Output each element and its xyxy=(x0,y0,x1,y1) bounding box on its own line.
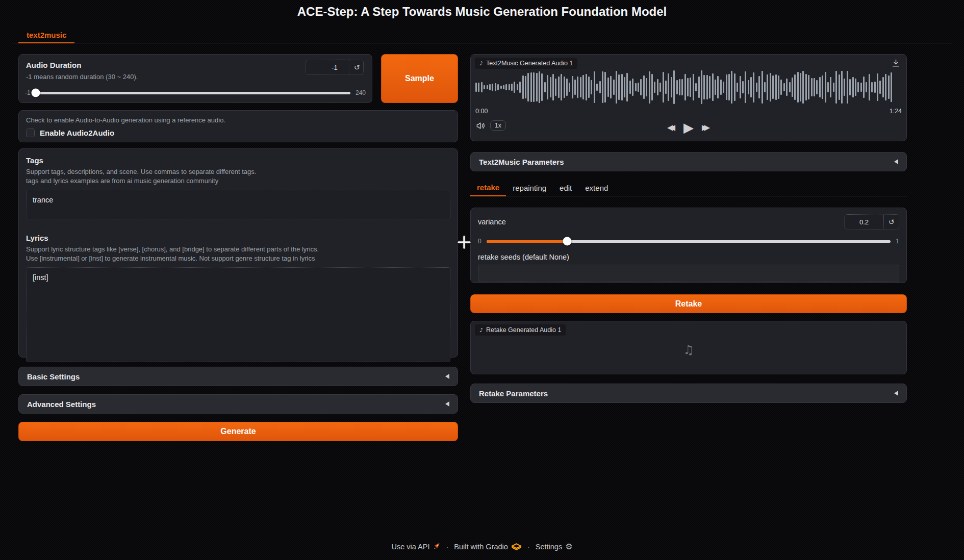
waveform-bar xyxy=(530,72,532,102)
waveform-bar xyxy=(564,77,565,98)
retake-seeds-input[interactable] xyxy=(478,265,899,282)
variance-value[interactable]: 0.2 xyxy=(845,215,883,229)
waveform-bar xyxy=(816,80,818,95)
variance-label: variance xyxy=(478,218,506,226)
subtab-retake[interactable]: retake xyxy=(470,180,506,196)
lyrics-textarea[interactable] xyxy=(26,267,450,362)
duration-time: 1:24 xyxy=(890,108,902,115)
waveform-bar xyxy=(663,72,664,103)
retake-button[interactable]: Retake xyxy=(470,294,907,313)
waveform-bar xyxy=(646,78,647,96)
basic-settings-accordion[interactable]: Basic Settings xyxy=(18,367,458,386)
basic-settings-label: Basic Settings xyxy=(27,372,80,381)
audio-duration-slider[interactable] xyxy=(36,92,350,94)
waveform-bar xyxy=(764,82,766,92)
settings-label: Settings xyxy=(536,543,562,551)
waveform-bar xyxy=(555,79,556,96)
reset-icon[interactable]: ↺ xyxy=(883,215,899,229)
waveform-bar xyxy=(632,79,633,96)
waveform-bar xyxy=(533,72,535,103)
waveform-bar xyxy=(745,71,746,104)
waveform-bar xyxy=(505,84,507,91)
retake-audio-player: ♪ Retake Generated Audio 1 ♫ xyxy=(470,321,907,374)
waveform-bar xyxy=(775,74,777,100)
waveform-bar xyxy=(643,75,645,99)
waveform-bar xyxy=(489,84,491,90)
download-icon[interactable] xyxy=(892,59,900,67)
waveform-bar xyxy=(789,82,791,92)
waveform-bar xyxy=(756,83,757,91)
generate-button[interactable]: Generate xyxy=(18,422,458,441)
text2music-parameters-accordion[interactable]: Text2Music Parameters xyxy=(470,152,907,171)
subtab-repainting[interactable]: repainting xyxy=(506,180,553,196)
audio-label-badge: ♪ Retake Generated Audio 1 xyxy=(475,324,566,336)
waveform-bar xyxy=(654,82,655,93)
audio-duration-group: Audio Duration -1 means random duration … xyxy=(18,54,372,103)
tags-info-2: tags and lyrics examples are from ai mus… xyxy=(26,176,450,186)
waveform-bar xyxy=(541,73,543,101)
waveform-bar xyxy=(558,77,560,98)
lyrics-info-2: Use [instrumental] or [inst] to generate… xyxy=(26,254,450,263)
lyrics-label: Lyrics xyxy=(26,234,450,242)
waveform-bar xyxy=(613,80,615,95)
waveform-bar xyxy=(640,79,642,96)
sample-button[interactable]: Sample xyxy=(381,54,458,103)
waveform-bar xyxy=(891,72,892,102)
waveform-bar xyxy=(629,81,631,93)
slider-handle[interactable] xyxy=(563,237,572,246)
waveform-bar xyxy=(497,84,499,91)
waveform-bar xyxy=(475,83,477,91)
use-via-api-link[interactable]: Use via API xyxy=(392,543,441,551)
waveform-bar xyxy=(802,71,804,104)
retake-parameters-accordion[interactable]: Retake Parameters xyxy=(470,384,907,403)
accordion-arrow-icon xyxy=(894,391,898,396)
reset-icon[interactable]: ↺ xyxy=(349,60,364,74)
waveform-bar xyxy=(574,80,576,94)
waveform-bar xyxy=(684,74,686,100)
waveform-bar xyxy=(726,74,727,100)
waveform-bar xyxy=(748,80,749,94)
enable-audio2audio-checkbox[interactable] xyxy=(26,129,35,137)
waveform-bar xyxy=(778,75,779,99)
subtab-edit[interactable]: edit xyxy=(553,180,578,196)
advanced-settings-accordion[interactable]: Advanced Settings xyxy=(18,394,458,414)
variance-slider[interactable] xyxy=(487,240,891,243)
waveform-bar xyxy=(805,74,807,100)
slider-max-label: 1 xyxy=(896,238,899,245)
waveform-bar xyxy=(668,73,669,101)
built-with-gradio-link[interactable]: Built with Gradio xyxy=(454,543,522,551)
waveform-bar xyxy=(591,80,592,94)
waveform-bar xyxy=(871,82,873,92)
tags-textarea[interactable] xyxy=(26,190,450,219)
main-tabbar: text2music xyxy=(12,28,952,43)
waveform-bar xyxy=(847,71,848,104)
waveform-bar xyxy=(500,86,502,89)
slider-handle[interactable] xyxy=(31,89,40,97)
waveform-bar xyxy=(610,76,612,98)
fast-forward-icon[interactable]: ▶▶ xyxy=(702,123,710,132)
settings-link[interactable]: Settings ⚙ xyxy=(536,542,573,551)
waveform-bar xyxy=(731,71,732,104)
waveform-bar xyxy=(527,73,529,101)
waveform-bar xyxy=(866,82,867,92)
rewind-icon[interactable]: ◀◀ xyxy=(667,123,675,132)
accordion-arrow-icon xyxy=(445,401,449,406)
waveform-bar xyxy=(695,83,697,92)
waveform-bar xyxy=(703,75,705,99)
waveform-bar xyxy=(863,77,865,98)
subtab-extend[interactable]: extend xyxy=(578,180,615,196)
waveform-bar xyxy=(879,81,881,94)
waveform-bar xyxy=(822,75,823,99)
waveform-bar xyxy=(753,72,754,103)
tab-text2music[interactable]: text2music xyxy=(18,28,74,43)
waveform-bar xyxy=(717,76,719,98)
waveform-bar xyxy=(706,75,708,100)
waveform-bar xyxy=(841,71,843,103)
waveform-bar xyxy=(882,77,884,97)
footer: Use via API · Built with Gradio · Settin… xyxy=(0,542,964,551)
footer-separator: · xyxy=(446,543,448,551)
play-icon[interactable]: ▶ xyxy=(683,120,694,135)
waveform-bar xyxy=(588,77,590,98)
retake-parameters-label: Retake Parameters xyxy=(479,389,548,398)
waveform[interactable] xyxy=(475,69,902,106)
